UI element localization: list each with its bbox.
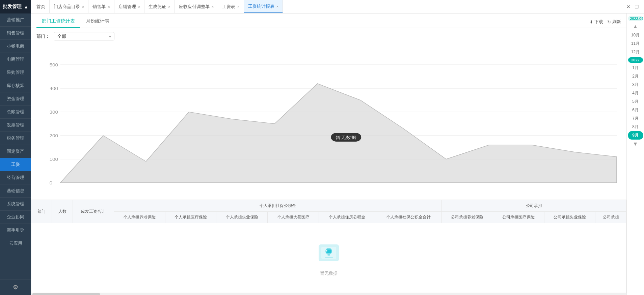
col-group-personal: 个人承担社保公积金: [114, 200, 441, 212]
tab-工资统计报表[interactable]: 工资统计报表×: [244, 0, 283, 13]
col-p-total: 个人承担社保公积金合计: [375, 212, 441, 223]
close-tab-icon[interactable]: ×: [82, 5, 84, 9]
tab-门店商品目录[interactable]: 门店商品目录×: [50, 0, 88, 13]
sub-tab-部门工资统计表[interactable]: 部门工资统计表: [36, 16, 80, 28]
timeline-panel: 2022.09 ▲ 10月11月12月20221月2月3月4月5月6月7月8月9…: [626, 13, 644, 295]
svg-rect-16: [327, 254, 330, 256]
timeline-up-button[interactable]: ▲: [628, 22, 643, 31]
col-group-company: 公司承担: [441, 200, 626, 212]
svg-point-18: [326, 250, 327, 252]
refresh-label: 刷新: [612, 19, 621, 25]
col-c-medical: 公司承担医疗保险: [493, 212, 544, 223]
sidebar-item-新手引导[interactable]: 新手引导: [0, 224, 31, 237]
tab-应收应付调整单[interactable]: 应收应付调整单×: [175, 0, 218, 13]
sidebar-item-采购管理[interactable]: 采购管理: [0, 66, 31, 79]
sidebar-item-库存核算[interactable]: 库存核算: [0, 79, 31, 92]
col-p-unemployment: 个人承担失业保险: [216, 212, 268, 223]
sidebar-item-云应用[interactable]: 云应用: [0, 237, 31, 250]
sidebar-item-总账管理[interactable]: 总账管理: [0, 106, 31, 119]
close-tab-button[interactable]: ✕: [625, 3, 632, 10]
main-area: 首页门店商品目录×销售单×店铺管理×生成凭证×应收应付调整单×工资表×工资统计报…: [31, 0, 644, 295]
department-select[interactable]: 全部: [54, 32, 114, 40]
svg-text:200: 200: [49, 134, 58, 138]
table-section: 部门 人数 应发工资合计 个人承担社保公积金 公司承担 个人承担养老保险 个人承…: [31, 200, 626, 295]
timeline-month-9月[interactable]: 9月: [628, 131, 643, 140]
tab-bar: 首页门店商品目录×销售单×店铺管理×生成凭证×应收应付调整单×工资表×工资统计报…: [31, 0, 644, 13]
chart-container: 0 100 200 300 400 500: [31, 45, 626, 200]
col-headcount: 人数: [52, 200, 73, 223]
timeline-month-12月[interactable]: 12月: [628, 48, 643, 56]
sidebar-item-系统管理[interactable]: 系统管理: [0, 198, 31, 211]
col-total-wage: 应发工资合计: [73, 200, 114, 223]
close-tab-icon[interactable]: ×: [212, 5, 214, 9]
col-p-pension: 个人承担养老保险: [114, 212, 165, 223]
tab-销售单[interactable]: 销售单×: [88, 0, 114, 13]
empty-icon: [315, 239, 342, 266]
tab-工资表[interactable]: 工资表×: [218, 0, 244, 13]
sidebar-item-企业协同[interactable]: 企业协同: [0, 211, 31, 224]
close-tab-icon[interactable]: ×: [168, 5, 170, 9]
sub-tab-bar: 部门工资统计表月份统计表 ⬇ 下载 ↻ 刷新: [31, 13, 626, 28]
sidebar-item-电商管理[interactable]: 电商管理: [0, 53, 31, 66]
download-icon: ⬇: [589, 20, 593, 25]
timeline-month-2月[interactable]: 2月: [628, 72, 643, 81]
refresh-button[interactable]: ↻ 刷新: [607, 19, 621, 25]
sidebar-item-销售管理[interactable]: 销售管理: [0, 27, 31, 40]
sidebar-item-小畅电商[interactable]: 小畅电商: [0, 40, 31, 53]
chart-tooltip-text: 暂无数据: [336, 136, 356, 140]
timeline-month-7月[interactable]: 7月: [628, 114, 643, 123]
timeline-month-1月[interactable]: 1月: [628, 64, 643, 72]
sidebar-item-基础信息[interactable]: 基础信息: [0, 184, 31, 198]
sidebar-item-发票管理[interactable]: 发票管理: [0, 119, 31, 132]
sub-tab-actions: ⬇ 下载 ↻ 刷新: [589, 19, 621, 25]
close-tab-icon[interactable]: ×: [237, 5, 239, 9]
tab-close-area: ✕ ☐: [625, 3, 643, 10]
tab-生成凭证[interactable]: 生成凭证×: [144, 0, 175, 13]
timeline-year-2022: 2022: [628, 57, 643, 63]
sub-tab-月份统计表[interactable]: 月份统计表: [80, 16, 115, 28]
refresh-icon: ↻: [607, 20, 611, 25]
settings-icon[interactable]: ⚙: [13, 284, 18, 291]
content-area: 部门工资统计表月份统计表 ⬇ 下载 ↻ 刷新 部门： 全: [31, 13, 644, 295]
col-p-large-medical: 个人承担大额医疗: [268, 212, 319, 223]
sidebar-item-税务管理[interactable]: 税务管理: [0, 132, 31, 145]
sidebar-header: 批发管理 ▲: [0, 0, 31, 13]
sidebar-item-资金管理[interactable]: 资金管理: [0, 92, 31, 106]
timeline-month-6月[interactable]: 6月: [628, 106, 643, 114]
svg-text:0: 0: [49, 181, 52, 185]
col-p-housing: 个人承担住房公积金: [319, 212, 375, 223]
sidebar-item-固定资产[interactable]: 固定资产: [0, 145, 31, 158]
col-dept: 部门: [31, 200, 52, 223]
area-chart: 0 100 200 300 400 500: [36, 45, 621, 186]
close-tab-icon[interactable]: ×: [108, 5, 110, 9]
timeline-current-date: 2022.09: [628, 16, 643, 21]
download-button[interactable]: ⬇ 下载: [589, 19, 603, 25]
timeline-month-8月[interactable]: 8月: [628, 123, 643, 131]
timeline-month-3月[interactable]: 3月: [628, 81, 643, 89]
close-tab-icon[interactable]: ×: [138, 5, 140, 9]
svg-text:500: 500: [49, 63, 58, 67]
empty-text: 暂无数据: [320, 270, 338, 276]
col-c-unemployment: 公司承担失业保险: [544, 212, 595, 223]
svg-text:100: 100: [49, 157, 58, 162]
tab-店铺管理[interactable]: 店铺管理×: [114, 0, 144, 13]
timeline-month-10月[interactable]: 10月: [628, 31, 643, 39]
empty-state: 暂无数据: [35, 226, 622, 290]
col-c-other: 公司承担: [595, 212, 626, 223]
col-p-medical: 个人承担医疗保险: [165, 212, 216, 223]
department-select-wrapper: 全部 ▼: [54, 32, 114, 40]
close-tab-icon[interactable]: ×: [276, 4, 278, 8]
timeline-month-11月[interactable]: 11月: [628, 39, 643, 48]
svg-rect-17: [325, 257, 333, 258]
svg-text:300: 300: [49, 110, 58, 115]
timeline-month-5月[interactable]: 5月: [628, 97, 643, 106]
timeline-month-4月[interactable]: 4月: [628, 89, 643, 97]
sidebar-item-营销推广[interactable]: 营销推广: [0, 13, 31, 27]
sidebar-item-经营管理[interactable]: 经营管理: [0, 171, 31, 184]
tab-首页[interactable]: 首页: [32, 0, 50, 13]
restore-tab-button[interactable]: ☐: [633, 3, 640, 10]
sidebar-item-工资[interactable]: 工资: [0, 158, 31, 171]
filter-label: 部门：: [36, 33, 50, 39]
timeline-down-button[interactable]: ▼: [628, 140, 643, 148]
sidebar-collapse-icon[interactable]: ▲: [24, 4, 28, 9]
